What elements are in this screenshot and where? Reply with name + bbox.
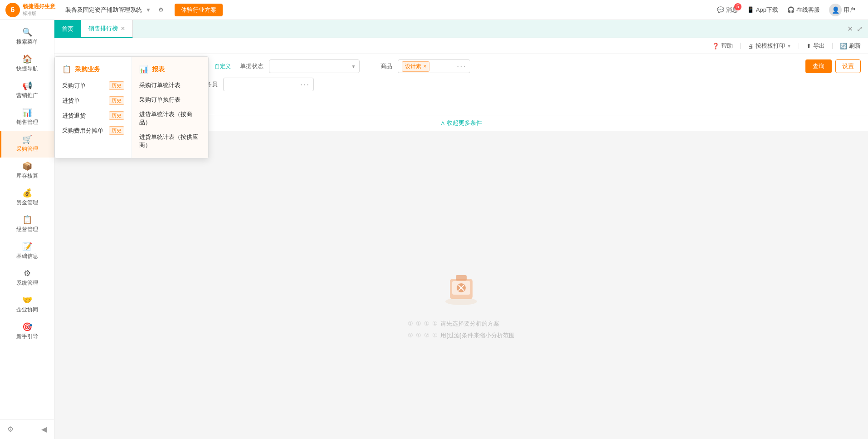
tab-sales-rank-label: 销售排行榜 xyxy=(88,25,118,33)
sidebar-item-guide[interactable]: 🎯 新手引导 xyxy=(0,318,54,345)
search-icon: 🔍 xyxy=(22,28,32,36)
collapse-label: 收起更多条件 xyxy=(447,119,482,126)
empty-hint2: ② 用[过滤]条件来缩小分析范围 xyxy=(408,330,514,341)
settings-icon-btn[interactable]: ⚙ xyxy=(155,4,167,16)
user-item[interactable]: 👤 用户 xyxy=(829,4,855,16)
sidebar-item-system[interactable]: ⚙ 系统管理 xyxy=(0,265,54,291)
goods-tag: 设计素 × xyxy=(402,61,429,72)
sidebar-item-purchase[interactable]: 🛒 采购管理 xyxy=(0,131,54,158)
goods-tag-close[interactable]: × xyxy=(423,63,426,69)
dropdown-item-report4[interactable]: 进货单统计表（按供应商） xyxy=(132,130,209,153)
logo-area: 6 畅捷通好生意 标准版 xyxy=(5,3,60,17)
tab-close-icon[interactable]: ✕ xyxy=(121,25,125,32)
main-layout: 🔍 搜索菜单 🏠 快捷导航 📢 营销推广 📊 销售管理 🛒 采购管理 📦 库存核… xyxy=(0,20,868,439)
print-icon: 🖨 xyxy=(748,43,754,49)
sidebar-item-inventory[interactable]: 📦 库存核算 xyxy=(0,158,54,184)
sidebar-item-sales[interactable]: 📊 销售管理 xyxy=(0,104,54,131)
empty-icon xyxy=(439,265,484,311)
dropdown-label-purchase-order: 采购订单 xyxy=(62,82,86,90)
dropdown-item-report2[interactable]: 采购订单执行表 xyxy=(132,93,209,107)
logo-icon: 6 xyxy=(5,3,20,17)
sidebar-item-operation[interactable]: 📋 经营管理 xyxy=(0,211,54,238)
online-service-text: 在线客服 xyxy=(796,6,820,14)
online-service-item[interactable]: 🎧 在线客服 xyxy=(787,6,820,14)
history-badge-cost: 历史 xyxy=(109,126,124,135)
toolbar-divider3 xyxy=(832,43,833,49)
date-shortcut-custom[interactable]: 自定义 xyxy=(215,63,231,70)
dropdown-item-report1[interactable]: 采购订单统计表 xyxy=(132,78,209,93)
filter-toolbar-container: 📋 采购业务 采购订单 历史 进货单 历史 进货退货 历史 xyxy=(54,38,868,131)
filter-action-buttons: 查询 设置 xyxy=(805,59,861,73)
setting-button[interactable]: 设置 xyxy=(835,59,861,73)
dropdown-item-inbound[interactable]: 进货单 历史 xyxy=(55,93,132,108)
sidebar-label-guide: 新手引导 xyxy=(16,333,38,340)
refresh-icon: 🔄 xyxy=(840,43,847,49)
industry-btn[interactable]: 体验行业方案 xyxy=(175,4,223,16)
logo-text: 畅捷通好生意 标准版 xyxy=(23,3,55,16)
salesperson-select[interactable]: ··· xyxy=(223,78,314,91)
report-col-icon: 📊 xyxy=(139,65,148,74)
refresh-item[interactable]: 🔄 刷新 xyxy=(840,42,861,50)
dropdown-label-report2: 采购订单执行表 xyxy=(139,96,180,104)
empty-hint1: ① 请先选择要分析的方案 xyxy=(408,318,514,330)
app-download-text: App下载 xyxy=(756,6,778,14)
tab-close-all-icon[interactable]: ✕ xyxy=(847,25,853,33)
sidebar-label-sales: 销售管理 xyxy=(16,118,38,126)
system-icon: ⚙ xyxy=(24,269,31,277)
sidebar-label-basic: 基础信息 xyxy=(16,252,38,260)
sidebar-label-quick: 快捷导航 xyxy=(16,65,38,73)
help-icon: ❓ xyxy=(712,43,719,49)
sidebar-item-marketing[interactable]: 📢 营销推广 xyxy=(0,77,54,104)
collapse-up-icon: ∧ xyxy=(440,119,445,126)
dropdown-item-return[interactable]: 进货退货 历史 xyxy=(55,108,132,123)
sidebar-label-inventory: 库存核算 xyxy=(16,172,38,180)
sidebar-item-finance[interactable]: 💰 资金管理 xyxy=(0,184,54,211)
sidebar-item-quick[interactable]: 🏠 快捷导航 xyxy=(0,50,54,77)
help-item[interactable]: ❓ 帮助 xyxy=(712,42,733,50)
operation-icon: 📋 xyxy=(22,216,32,224)
dropdown-label-return: 进货退货 xyxy=(62,112,86,120)
print-dropdown-icon[interactable]: ▼ xyxy=(787,44,791,49)
sidebar-bottom: ⚙ ◀ xyxy=(0,419,54,439)
top-header: 6 畅捷通好生意 标准版 装备及固定资产辅助管理系统 ▼ ⚙ 体验行业方案 💬 … xyxy=(0,0,868,20)
empty-state: ① 请先选择要分析的方案 ② 用[过滤]条件来缩小分析范围 xyxy=(54,131,868,439)
doc-status-select[interactable]: ▼ xyxy=(269,59,360,73)
app-download-item[interactable]: 📱 App下载 xyxy=(747,6,778,14)
message-icon: 💬 xyxy=(717,6,724,13)
tab-maximize-icon[interactable]: ⤢ xyxy=(857,25,863,33)
sidebar-settings-icon[interactable]: ⚙ xyxy=(7,425,14,434)
print-item[interactable]: 🖨 按模板打印 ▼ xyxy=(748,42,791,50)
headset-icon: 🎧 xyxy=(787,6,795,13)
notification-badge: 5 xyxy=(734,3,741,10)
toolbar-divider2 xyxy=(799,43,799,49)
sidebar-label-operation: 经营管理 xyxy=(16,226,38,233)
refresh-text: 刷新 xyxy=(849,42,861,50)
system-title-dropdown-icon[interactable]: ▼ xyxy=(146,7,151,13)
dropdown-item-cost[interactable]: 采购费用分摊单 历史 xyxy=(55,123,132,138)
export-icon: ⬆ xyxy=(806,43,811,49)
history-badge-purchase-order: 历史 xyxy=(109,81,124,90)
tab-home[interactable]: 首页 xyxy=(54,20,81,38)
export-item[interactable]: ⬆ 导出 xyxy=(806,42,825,50)
goods-more-icon[interactable]: ··· xyxy=(457,62,466,71)
purchase-dropdown-menu: 📋 采购业务 采购订单 历史 进货单 历史 进货退货 历史 xyxy=(54,56,209,158)
empty-text: ① 请先选择要分析的方案 ② 用[过滤]条件来缩小分析范围 xyxy=(408,318,514,341)
dropdown-label-cost: 采购费用分摊单 xyxy=(62,127,103,135)
guide-icon: 🎯 xyxy=(22,323,32,331)
sidebar-item-enterprise[interactable]: 🤝 企业协同 xyxy=(0,291,54,318)
sidebar-item-search[interactable]: 🔍 搜索菜单 xyxy=(0,24,54,50)
sidebar-collapse-icon[interactable]: ◀ xyxy=(41,425,47,434)
content-area: 首页 销售排行榜 ✕ ✕ ⤢ 📋 采购业务 xyxy=(54,20,868,439)
sidebar-item-basic[interactable]: 📝 基础信息 xyxy=(0,238,54,265)
salesperson-more-icon[interactable]: ··· xyxy=(300,80,310,89)
toolbar: ❓ 帮助 🖨 按模板打印 ▼ ⬆ 导出 🔄 刷新 xyxy=(54,38,868,54)
user-avatar: 👤 xyxy=(829,4,842,16)
notification-item[interactable]: 💬 消息 5 xyxy=(717,6,738,14)
goods-select[interactable]: 设计素 × ··· xyxy=(398,59,470,73)
dropdown-item-report3[interactable]: 进货单统计表（按商品） xyxy=(132,107,209,130)
dropdown-item-purchase-order[interactable]: 采购订单 历史 xyxy=(55,78,132,93)
tab-sales-rank[interactable]: 销售排行榜 ✕ xyxy=(81,20,133,38)
logo-line2: 标准版 xyxy=(23,10,55,16)
header-right: 💬 消息 5 📱 App下载 🎧 在线客服 👤 用户 xyxy=(717,4,855,16)
query-button[interactable]: 查询 xyxy=(805,59,832,73)
